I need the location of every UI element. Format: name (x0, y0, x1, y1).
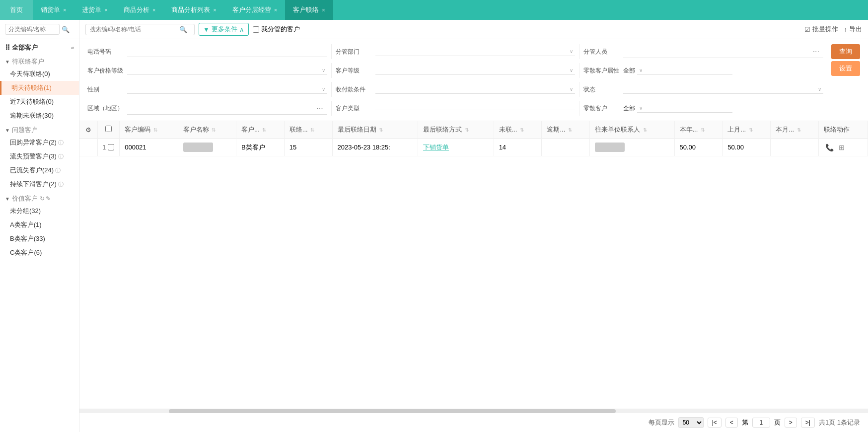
row-last-contact-method[interactable]: 下销货单 (418, 139, 494, 156)
retail-customer-select[interactable]: ∨ (637, 104, 732, 113)
sidebar-item-churned[interactable]: 已流失客户(24) ⓘ (0, 163, 79, 177)
person-select[interactable]: ··· (623, 46, 823, 58)
col-contact-count[interactable]: 联络... ⇅ (284, 121, 332, 139)
scrollbar-thumb[interactable] (169, 409, 616, 413)
retail-attr-select[interactable]: ∨ (637, 66, 732, 75)
sidebar-item-overdue-contact[interactable]: 逾期未联络(30) (0, 109, 79, 123)
last-page-button[interactable]: >| (801, 418, 815, 428)
nav-product-analysis-list[interactable]: 商品分析列表 × (163, 0, 224, 20)
person-label: 分管人员 (583, 48, 623, 56)
phone-label: 电话号码 (87, 48, 127, 56)
gender-select[interactable]: ∨ (127, 85, 327, 94)
close-sales-order-icon[interactable]: × (63, 7, 66, 13)
nav-customer-stratification[interactable]: 客户分层经营 × (224, 0, 285, 20)
customer-level-label: 客户等级 (336, 67, 375, 75)
sidebar-item-c-class[interactable]: C类客户(6) (0, 246, 79, 260)
sidebar-item-tomorrow-contact[interactable]: 明天待联络(1) (0, 81, 79, 95)
first-page-button[interactable]: |< (708, 418, 722, 428)
per-page-select[interactable]: 50 100 200 (678, 417, 704, 428)
collapse-icon[interactable]: « (71, 45, 74, 51)
customer-type-select[interactable] (375, 107, 576, 110)
col-uncontacted[interactable]: 未联... ⇅ (494, 121, 542, 139)
nav-product-analysis[interactable]: 商品分析 × (116, 0, 163, 20)
sidebar-item-today-contact[interactable]: 今天待联络(0) (0, 67, 79, 81)
page-number-input[interactable] (752, 418, 770, 428)
sidebar-item-repurchase-abnormal[interactable]: 回购异常客户(2) ⓘ (0, 136, 79, 149)
col-gear[interactable]: ⚙ (79, 121, 97, 139)
col-last-contact-method[interactable]: 最后联络方式 ⇅ (418, 121, 494, 139)
sort-icon-name: ⇅ (212, 127, 216, 133)
sidebar-item-7day-contact[interactable]: 近7天待联络(0) (0, 95, 79, 109)
settings-button[interactable]: 设置 (831, 61, 860, 76)
dept-select[interactable]: ∨ (375, 47, 576, 56)
sidebar-item-declining[interactable]: 持续下滑客户(2) ⓘ (0, 177, 79, 191)
sidebar-value-group[interactable]: 价值客户 ↻ ✎ (0, 191, 79, 204)
col-last-month[interactable]: 上月... ⇅ (723, 121, 771, 139)
horizontal-scrollbar[interactable] (79, 409, 868, 413)
sidebar-item-ungrouped[interactable]: 未分组(32) (0, 204, 79, 218)
person-more-icon[interactable]: ··· (811, 47, 821, 56)
region-more-icon[interactable]: ··· (314, 104, 325, 113)
row-checkbox[interactable] (108, 144, 114, 150)
export-button[interactable]: ↑ 导出 (844, 25, 863, 34)
sidebar-search-input[interactable] (5, 24, 60, 35)
row-uncontacted: 14 (494, 139, 542, 156)
sidebar-item-a-class[interactable]: A类客户(1) (0, 218, 79, 232)
col-this-month[interactable]: 本月... ⇅ (771, 121, 819, 139)
close-purchase-order-icon[interactable]: × (104, 7, 107, 13)
edit-icon[interactable]: ✎ (46, 195, 51, 202)
col-last-contact-date[interactable]: 最后联络日期 ⇅ (332, 121, 418, 139)
close-customer-stratification-icon[interactable]: × (274, 7, 277, 13)
table-row: 1 000021 ██ B类客户 (79, 139, 868, 156)
batch-ops-button[interactable]: ☑ 批量操作 (804, 25, 838, 34)
close-customer-contact-icon[interactable]: × (322, 7, 325, 13)
sort-icon-method: ⇅ (465, 127, 469, 133)
action-qr-icon[interactable]: ⊞ (839, 144, 845, 151)
customer-level-select[interactable]: ∨ (375, 66, 576, 75)
col-check-all[interactable] (97, 121, 120, 139)
nav-customer-contact[interactable]: 客户联络 × (285, 0, 333, 20)
search-icon[interactable]: 🔍 (179, 26, 187, 33)
pagination-footer: 每页显示 50 100 200 |< < 第 页 > >| 共1页 1条记录 (79, 413, 868, 432)
close-product-analysis-icon[interactable]: × (152, 7, 155, 13)
col-customer-type[interactable]: 客户... ⇅ (236, 121, 284, 139)
more-filters-button[interactable]: ▼ 更多条件 ∧ (199, 23, 249, 36)
check-all-checkbox[interactable] (105, 126, 112, 132)
sidebar-search-icon[interactable]: 🔍 (62, 26, 70, 33)
query-button[interactable]: 查询 (831, 44, 860, 59)
price-level-select[interactable]: ∨ (127, 66, 327, 75)
search-input[interactable] (90, 26, 179, 33)
filter-retail-attr: 零散客户属性 全部 ∨ (583, 66, 823, 75)
sidebar-item-b-class[interactable]: B类客户(33) (0, 232, 79, 246)
region-select[interactable]: ··· (127, 102, 327, 115)
gender-arrow: ∨ (322, 86, 325, 92)
next-page-button[interactable]: > (785, 418, 797, 428)
phone-input[interactable] (127, 47, 327, 57)
sidebar-all-customers[interactable]: ⠿ 全部客户 « (0, 39, 79, 54)
sidebar-item-churn-warning[interactable]: 流失预警客户(3) ⓘ (0, 149, 79, 163)
sort-icon-lastmonth: ⇅ (749, 127, 753, 133)
col-customer-name[interactable]: 客户名称 ⇅ (178, 121, 236, 139)
sidebar-pending-contact-group[interactable]: 待联络客户 (0, 54, 79, 67)
row-overdue (542, 139, 590, 156)
action-phone-icon[interactable]: 📞 (825, 144, 834, 151)
col-contact-person[interactable]: 往来单位联系人 ⇅ (590, 121, 674, 139)
col-customer-code[interactable]: 客户编码 ⇅ (120, 121, 178, 139)
row-check[interactable]: 1 (97, 139, 120, 156)
close-product-analysis-list-icon[interactable]: × (213, 7, 216, 13)
sidebar-problem-group[interactable]: 问题客户 (0, 123, 79, 136)
checkbox-icon: ☑ (804, 26, 810, 33)
filter-payment: 收付款条件 ∨ (336, 85, 576, 94)
col-this-year[interactable]: 本年... ⇅ (674, 121, 723, 139)
status-select[interactable]: ∨ (623, 85, 823, 94)
col-overdue[interactable]: 逾期... ⇅ (542, 121, 590, 139)
prev-page-button[interactable]: < (725, 418, 738, 428)
nav-home[interactable]: 首页 (0, 0, 33, 20)
contact-method-link[interactable]: 下销货单 (423, 144, 449, 151)
my-customers-checkbox[interactable] (253, 26, 259, 33)
nav-purchase-order[interactable]: 进货单 × (74, 0, 115, 20)
my-customers-checkbox-label[interactable]: 我分管的客户 (253, 25, 300, 34)
refresh-icon[interactable]: ↻ (40, 195, 45, 202)
nav-sales-order[interactable]: 销货单 × (33, 0, 74, 20)
payment-select[interactable]: ∨ (375, 85, 576, 94)
